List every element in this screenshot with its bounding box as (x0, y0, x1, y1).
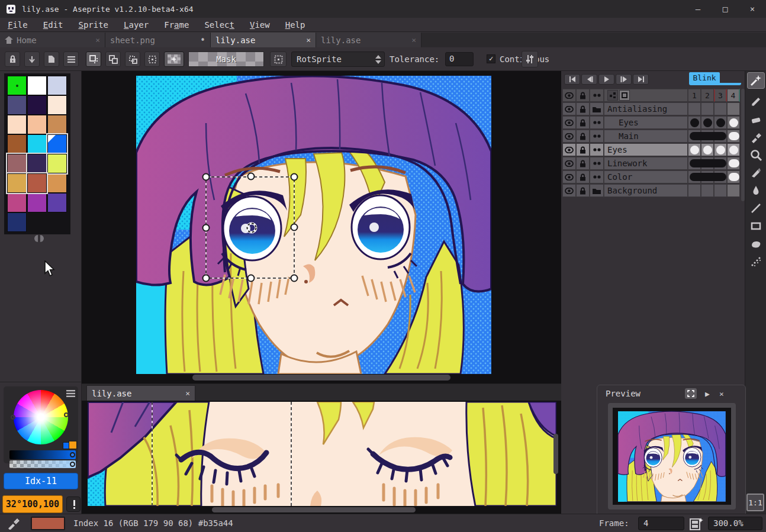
palette-swatch-15[interactable] (7, 173, 27, 193)
palette-swatch-0[interactable] (7, 76, 27, 95)
preview-play-button[interactable]: ▶ (701, 388, 713, 399)
continuous-column-header[interactable] (590, 89, 604, 102)
add-to-palette-button[interactable] (66, 496, 81, 512)
cel[interactable] (727, 116, 740, 129)
palette-swatch-16[interactable] (27, 173, 47, 193)
tolerance-input[interactable]: 0 (445, 52, 474, 66)
visibility-toggle[interactable] (562, 157, 576, 170)
frame-3-header[interactable]: 3 (714, 89, 727, 102)
cel[interactable] (714, 116, 727, 129)
menu-file[interactable]: File (0, 20, 36, 30)
palette-swatch-12[interactable] (7, 154, 27, 173)
frame-1-header[interactable]: 1 (688, 89, 701, 102)
selection-intersect-button[interactable] (144, 51, 160, 67)
visibility-toggle[interactable] (562, 102, 576, 115)
layer-row-linework[interactable]: Linework (562, 157, 745, 170)
preview-close-button[interactable]: × (716, 388, 728, 399)
layer-row-antialiasing[interactable]: Antialiasing (562, 102, 745, 116)
pixel-grid-button[interactable] (270, 51, 287, 67)
frame-2-header[interactable]: 2 (701, 89, 714, 102)
palette-swatch-11-foreground[interactable] (47, 134, 67, 154)
linked-cels[interactable] (690, 159, 726, 167)
lock-toggle[interactable] (576, 130, 590, 143)
palette-swatch-2[interactable] (47, 76, 67, 95)
animation-tag[interactable]: Blink (689, 72, 720, 83)
background-color-button[interactable]: 32°100,100 (2, 495, 63, 513)
lock-toggle[interactable] (576, 170, 590, 183)
editor-horizontal-scrollbar[interactable] (192, 375, 450, 381)
tab-close-icon[interactable]: × (306, 36, 311, 44)
layer-name[interactable]: Eyes (604, 143, 688, 156)
linked-cels[interactable] (690, 132, 726, 140)
tool-line[interactable] (747, 200, 765, 217)
tool-contour[interactable] (747, 236, 765, 252)
lock-toggle[interactable] (576, 102, 590, 115)
palette-resize-gripper-icon[interactable] (33, 234, 45, 243)
layer-row-background[interactable]: Background (562, 184, 745, 198)
palette-options-button[interactable] (63, 51, 79, 67)
cel[interactable] (688, 143, 701, 156)
menu-frame[interactable]: Frame (156, 20, 197, 30)
tool-slice[interactable] (747, 165, 765, 181)
visibility-column-header[interactable] (562, 89, 576, 102)
layer-row-color[interactable]: Color (562, 170, 745, 184)
selection-add-button[interactable] (105, 51, 121, 67)
sprite-canvas[interactable] (136, 76, 491, 374)
palette-swatch-8[interactable] (47, 115, 67, 134)
lock-column-header[interactable] (576, 89, 590, 102)
palette-swatch-1[interactable] (27, 76, 47, 95)
lock-toggle[interactable] (576, 157, 590, 170)
tab-lily-ase-secondary[interactable]: lily.ase × (86, 385, 195, 401)
close-button[interactable]: × (739, 0, 766, 18)
menu-select[interactable]: Select (197, 20, 242, 30)
cel[interactable] (729, 173, 739, 181)
lock-toggle[interactable] (576, 184, 590, 197)
blink-frame-canvas[interactable] (88, 402, 556, 506)
menu-help[interactable]: Help (278, 20, 313, 30)
cel[interactable] (727, 143, 740, 156)
palette-swatch-5[interactable] (47, 95, 67, 115)
wheel-options-icon[interactable] (66, 390, 75, 397)
last-frame-button[interactable] (633, 74, 649, 85)
tool-eyedropper[interactable] (747, 129, 765, 146)
layer-row-eyes-selected[interactable]: Eyes (562, 143, 745, 157)
menu-layer[interactable]: Layer (116, 20, 156, 30)
palette-swatch-19[interactable] (27, 193, 47, 212)
group-icon-cell[interactable] (590, 102, 604, 115)
zoom-1-1-button[interactable]: 1:1 (746, 494, 764, 511)
transparent-color-button[interactable] (164, 51, 184, 67)
tool-eraser[interactable] (747, 111, 765, 128)
palette-swatch-3[interactable] (7, 95, 27, 115)
continuous-toggle[interactable] (590, 116, 604, 129)
wheel-handle-left[interactable] (11, 415, 15, 420)
contiguous-checkbox[interactable]: ✓ (487, 54, 495, 63)
tab-close-icon[interactable]: × (185, 389, 190, 398)
cel[interactable] (701, 143, 714, 156)
palette-swatch-18[interactable] (7, 193, 27, 212)
selection-subtract-button[interactable] (125, 51, 140, 67)
visibility-toggle[interactable] (562, 116, 576, 129)
palette-swatch-4[interactable] (27, 95, 47, 115)
palette-swatch-10[interactable] (27, 134, 47, 154)
palette-swatch-21[interactable] (7, 212, 27, 232)
main-canvas-editor[interactable] (82, 71, 561, 383)
continuous-toggle[interactable] (590, 157, 604, 170)
layer-name[interactable]: Background (604, 184, 688, 197)
new-frame-icon[interactable] (689, 517, 704, 531)
palette-presets-button[interactable] (44, 51, 59, 67)
layer-name[interactable]: Antialiasing (604, 102, 688, 115)
cel[interactable] (729, 159, 739, 167)
palette-swatch-7[interactable] (27, 115, 47, 134)
palette-swatch-17[interactable] (47, 173, 67, 193)
palette-sort-button[interactable] (24, 51, 40, 67)
zoom-input[interactable]: 300.0% (708, 517, 762, 530)
layer-name[interactable]: Eyes (604, 116, 688, 129)
value-slider-handle[interactable] (70, 452, 75, 457)
layer-name[interactable]: Main (604, 130, 688, 143)
alpha-slider[interactable] (9, 460, 76, 468)
palette-swatch-13[interactable] (27, 154, 47, 173)
visibility-toggle[interactable] (562, 130, 576, 143)
layer-name[interactable]: Linework (604, 157, 688, 170)
palette-swatch-6[interactable] (7, 115, 27, 134)
continuous-toggle[interactable] (590, 170, 604, 183)
